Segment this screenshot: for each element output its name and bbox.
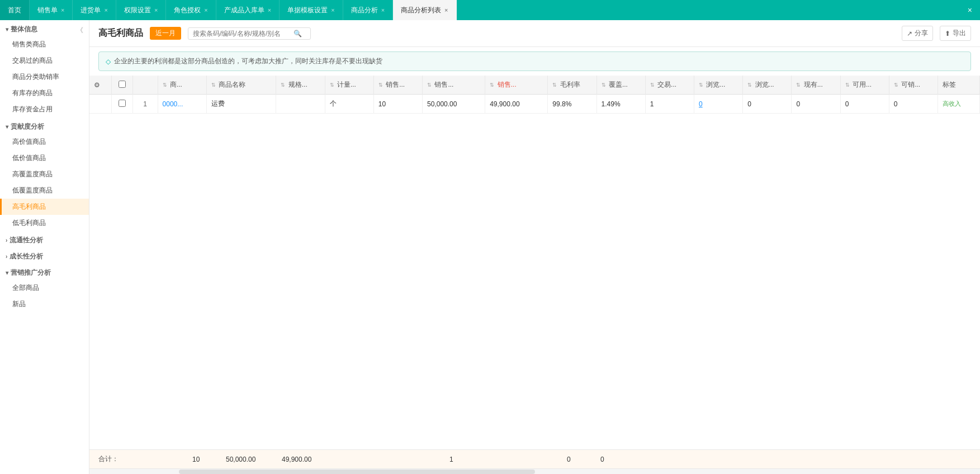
sort-arrows-name: ⇅ (211, 82, 216, 88)
col-name[interactable]: ⇅ 商品名称 (206, 76, 276, 95)
footer-trade: 1 (445, 456, 479, 463)
filter-recent-month-button[interactable]: 近一月 (150, 27, 181, 40)
table-row: 1 0000... 运费 个 10 50,000.00 49,900.00 99… (89, 95, 980, 114)
cell-spec (276, 95, 325, 114)
nav-permissions[interactable]: 权限设置 × (116, 0, 166, 20)
search-icon[interactable]: 🔍 (293, 30, 302, 37)
main-container: 《 ▾ 整体信息 销售类商品 交易过的商品 商品分类助销率 有库存的商品 库存资… (0, 20, 980, 474)
settings-icon[interactable]: ⚙ (94, 81, 100, 89)
footer-sales-qty-val: 10 (188, 456, 221, 463)
export-button[interactable]: ⬆ 导出 (940, 26, 971, 41)
sidebar-item-new-products[interactable]: 新品 (0, 296, 89, 312)
export-icon: ⬆ (945, 30, 950, 37)
sidebar-group-growth[interactable]: › 成长性分析 (0, 247, 89, 264)
close-product-receipt[interactable]: × (268, 7, 271, 13)
close-product-analysis-list[interactable]: × (444, 7, 448, 13)
content-header: 高毛利商品 近一月 🔍 ↗ 分享 ⬆ 导出 (89, 20, 980, 47)
cell-coverage: 1.49% (596, 95, 645, 114)
row-checkbox[interactable] (119, 100, 126, 107)
bottom-scrollbar[interactable] (89, 468, 980, 474)
table-footer: 合计： 10 50,000.00 49,900.00 1 0 0 (89, 449, 980, 468)
search-input[interactable] (193, 30, 293, 37)
cell-trade: 1 (645, 95, 694, 114)
cell-tag: 高收入 (938, 95, 980, 114)
window-close-button[interactable]: × (960, 0, 980, 20)
page-title: 高毛利商品 (98, 27, 143, 39)
col-sales-qty[interactable]: ⇅ 销售... (373, 76, 422, 95)
close-product-analysis[interactable]: × (381, 7, 385, 13)
nav-home[interactable]: 首页 (0, 0, 30, 20)
sidebar-group-marketing[interactable]: ▾ 营销推广分析 (0, 264, 89, 280)
col-browse2[interactable]: ⇅ 浏览... (743, 76, 792, 95)
cell-settings (89, 95, 112, 114)
nav-product-analysis-list[interactable]: 商品分析列表 × (393, 0, 456, 20)
close-sales-order[interactable]: × (61, 7, 64, 13)
share-button[interactable]: ↗ 分享 (902, 26, 933, 41)
info-text: 企业的主要的利润都是这部分商品创造的，可考虑加大推广，同时关注库存是不要出现缺货 (114, 57, 382, 66)
sidebar-item-high-value[interactable]: 高价值商品 (0, 134, 89, 150)
col-trade[interactable]: ⇅ 交易... (645, 76, 694, 95)
sidebar-item-low-coverage[interactable]: 低覆盖度商品 (0, 182, 89, 199)
cell-browse2: 0 (743, 95, 792, 114)
col-sales-amt2[interactable]: ⇅ 销售... (485, 76, 548, 95)
col-stock3[interactable]: ⇅ 可销... (889, 76, 938, 95)
col-code[interactable]: ⇅ 商... (158, 76, 206, 95)
sidebar-item-stock-capital[interactable]: 库存资金占用 (0, 101, 89, 118)
nav-product-receipt[interactable]: 产成品入库单 × (216, 0, 280, 20)
product-table: ⚙ ⇅ 商... ⇅ 商品名称 (89, 76, 980, 114)
sidebar-item-in-stock[interactable]: 有库存的商品 (0, 85, 89, 101)
close-roles[interactable]: × (204, 7, 207, 13)
col-unit[interactable]: ⇅ 计量... (325, 76, 373, 95)
sidebar-item-high-coverage[interactable]: 高覆盖度商品 (0, 166, 89, 182)
nav-purchase-order[interactable]: 进货单 × (73, 0, 116, 20)
tag-badge: 高收入 (943, 100, 961, 107)
scrollbar-thumb[interactable] (179, 470, 535, 474)
sort-arrows-coverage: ⇅ (602, 82, 606, 88)
col-checkbox[interactable] (112, 76, 132, 95)
sidebar-group-liquidity[interactable]: › 流通性分析 (0, 231, 89, 247)
col-sales-amt[interactable]: ⇅ 销售... (423, 76, 485, 95)
sidebar-collapse-button[interactable]: 《 (74, 25, 86, 36)
content-area: 高毛利商品 近一月 🔍 ↗ 分享 ⬆ 导出 ◇ 企业的主要的利润都是这部分商品创… (89, 20, 980, 474)
arrow-icon: ▾ (6, 26, 8, 32)
sort-arrows-stock2: ⇅ (845, 82, 850, 88)
close-permissions[interactable]: × (154, 7, 158, 13)
col-coverage[interactable]: ⇅ 覆盖... (596, 76, 645, 95)
col-spec[interactable]: ⇅ 规格... (276, 76, 325, 95)
col-stock1[interactable]: ⇅ 现有... (792, 76, 840, 95)
cell-sales-qty: 10 (373, 95, 422, 114)
sidebar-item-high-margin[interactable]: 高毛利商品 (0, 199, 89, 215)
col-stock2[interactable]: ⇅ 可用... (840, 76, 889, 95)
cell-stock1: 0 (792, 95, 840, 114)
footer-sales-amt: 50,000.00 (221, 456, 277, 463)
nav-template-settings[interactable]: 单据模板设置 × (280, 0, 343, 20)
sort-arrows-sales-amt: ⇅ (427, 82, 432, 88)
col-gross-margin[interactable]: ⇅ 毛利率 (548, 76, 596, 95)
nav-roles[interactable]: 角色授权 × (166, 0, 216, 20)
sidebar-item-all-products[interactable]: 全部商品 (0, 280, 89, 296)
nav-sales-order[interactable]: 销售单 × (30, 0, 73, 20)
sidebar-item-low-value[interactable]: 低价值商品 (0, 150, 89, 166)
sort-arrows-code: ⇅ (163, 82, 167, 88)
cell-browse1[interactable]: 0 (694, 95, 742, 114)
sidebar-group-contribution[interactable]: ▾ 贡献度分析 (0, 118, 89, 134)
cell-code[interactable]: 0000... (158, 95, 206, 114)
top-navigation: 首页 销售单 × 进货单 × 权限设置 × 角色授权 × 产成品入库单 × 单据… (0, 0, 980, 20)
sidebar-item-traded-goods[interactable]: 交易过的商品 (0, 53, 89, 69)
close-template-settings[interactable]: × (331, 7, 334, 13)
nav-product-analysis[interactable]: 商品分析 × (343, 0, 393, 20)
sidebar-item-low-margin[interactable]: 低毛利商品 (0, 215, 89, 231)
cell-stock2: 0 (840, 95, 889, 114)
cell-num: 1 (132, 95, 158, 114)
col-tag[interactable]: 标签 (938, 76, 980, 95)
arrow-icon-marketing: ▾ (6, 270, 8, 276)
col-settings[interactable]: ⚙ (89, 76, 112, 95)
sort-arrows-stock1: ⇅ (796, 82, 801, 88)
sidebar-item-sales-goods[interactable]: 销售类商品 (0, 36, 89, 53)
col-browse1[interactable]: ⇅ 浏览... (694, 76, 742, 95)
sidebar-item-category-ratio[interactable]: 商品分类助销率 (0, 69, 89, 85)
cell-checkbox[interactable] (112, 95, 132, 114)
cell-sales-amt: 50,000.00 (423, 95, 485, 114)
select-all-checkbox[interactable] (119, 81, 126, 88)
close-purchase-order[interactable]: × (104, 7, 107, 13)
